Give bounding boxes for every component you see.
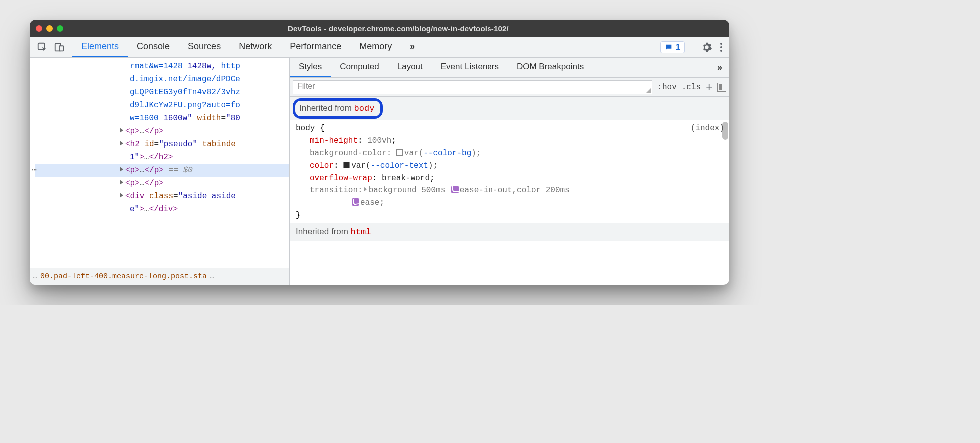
dom-url-fragment[interactable]: http xyxy=(221,62,240,71)
tab-memory[interactable]: Memory xyxy=(350,37,401,58)
cls-toggle[interactable]: .cls xyxy=(682,83,701,92)
expand-icon[interactable] xyxy=(120,180,123,185)
expand-icon[interactable] xyxy=(120,167,123,172)
message-icon xyxy=(665,44,673,52)
style-rule-body[interactable]: (index) body { min-height: 100vh; backgr… xyxy=(290,120,729,222)
dom-node-p[interactable]: <p>…</p> xyxy=(35,125,289,138)
tab-network[interactable]: Network xyxy=(230,37,281,58)
window-controls xyxy=(36,26,63,32)
dom-node-p[interactable]: <p>…</p> xyxy=(35,177,289,190)
styles-panel: Styles Computed Layout Event Listeners D… xyxy=(290,58,729,285)
inherited-from-html-header[interactable]: Inherited from html xyxy=(290,223,729,241)
breadcrumbs[interactable]: … 00.pad-left-400.measure-long.post.sta … xyxy=(30,268,289,285)
subtab-dom-breakpoints[interactable]: DOM Breakpoints xyxy=(508,58,593,78)
subtab-layout[interactable]: Layout xyxy=(388,58,432,78)
dom-node-h2[interactable]: <h2 id="pseudo" tabinde xyxy=(35,138,289,151)
kebab-dot-icon xyxy=(720,43,722,45)
filter-input[interactable]: Filter xyxy=(293,80,652,94)
tab-console[interactable]: Console xyxy=(128,37,179,58)
toggle-sidebar-icon[interactable] xyxy=(717,83,726,92)
dom-tree[interactable]: rmat&w=1428 1428w, http d.imgix.net/imag… xyxy=(30,58,289,268)
bezier-editor-icon[interactable] xyxy=(352,198,359,206)
new-style-rule-button[interactable]: + xyxy=(706,81,712,94)
color-swatch-icon[interactable] xyxy=(343,162,350,168)
maximize-window-button[interactable] xyxy=(57,26,63,32)
declaration[interactable]: overflow-wrap: break-word; xyxy=(296,172,723,185)
devtools-window: DevTools - developer.chrome.com/blog/new… xyxy=(30,20,729,285)
styles-toolbar: Filter :hov .cls + xyxy=(290,78,729,97)
declaration-continued[interactable]: ease; xyxy=(296,197,723,210)
dom-url-fragment[interactable]: d9lJKcYw2FU.png?auto=fo xyxy=(130,101,240,110)
window-title: DevTools - developer.chrome.com/blog/new… xyxy=(73,24,723,33)
more-options-button[interactable] xyxy=(720,43,722,52)
tab-performance[interactable]: Performance xyxy=(281,37,350,58)
styles-subtabs: Styles Computed Layout Event Listeners D… xyxy=(290,58,729,78)
expand-icon[interactable] xyxy=(120,193,123,198)
bezier-editor-icon[interactable] xyxy=(451,186,459,194)
titlebar: DevTools - developer.chrome.com/blog/new… xyxy=(30,20,729,37)
styles-body[interactable]: Inherited from body (index) body { min-h… xyxy=(290,97,729,285)
tabs-overflow-button[interactable]: » xyxy=(401,37,424,58)
dom-node-selected[interactable]: <p>…</p>== $0 xyxy=(35,164,289,177)
breadcrumb-path[interactable]: 00.pad-left-400.measure-long.post.sta xyxy=(40,272,207,281)
inherited-from-body-header[interactable]: Inherited from body xyxy=(290,97,729,120)
breadcrumb-overflow-right[interactable]: … xyxy=(210,272,214,281)
subtab-event-listeners[interactable]: Event Listeners xyxy=(432,58,508,78)
settings-button[interactable] xyxy=(701,42,712,53)
dom-url-fragment[interactable]: gLQPGtEG3y0fTn4v82/3vhz xyxy=(130,88,240,97)
expand-shorthand-icon[interactable] xyxy=(364,187,367,192)
color-swatch-icon[interactable] xyxy=(396,150,403,156)
declaration[interactable]: background-color: var(--color-bg); xyxy=(296,148,723,160)
subtabs-overflow-button[interactable]: » xyxy=(710,58,729,78)
selected-node-marker: == $0 xyxy=(169,166,193,175)
expand-icon[interactable] xyxy=(120,141,123,146)
close-window-button[interactable] xyxy=(36,26,42,32)
tab-elements[interactable]: Elements xyxy=(72,37,128,58)
declaration[interactable]: color: var(--color-text); xyxy=(296,160,723,172)
inspect-element-icon[interactable] xyxy=(37,42,48,53)
dom-url-fragment[interactable]: d.imgix.net/image/dPDCe xyxy=(130,75,240,84)
tab-sources[interactable]: Sources xyxy=(179,37,230,58)
elements-panel: rmat&w=1428 1428w, http d.imgix.net/imag… xyxy=(30,58,290,285)
minimize-window-button[interactable] xyxy=(46,26,53,32)
declaration[interactable]: transition:background 500ms ease-in-out,… xyxy=(296,184,723,197)
highlight-annotation: Inherited from body xyxy=(293,98,383,119)
breadcrumb-overflow-left[interactable]: … xyxy=(33,272,37,281)
device-toolbar-icon[interactable] xyxy=(54,42,65,53)
dom-node-div[interactable]: <div class="aside aside xyxy=(35,190,289,203)
gear-icon xyxy=(701,42,712,53)
svg-rect-2 xyxy=(59,46,63,51)
main-tabstrip: Elements Console Sources Network Perform… xyxy=(30,37,729,58)
declaration[interactable]: min-height: 100vh; xyxy=(296,135,723,148)
subtab-computed[interactable]: Computed xyxy=(331,58,388,78)
rule-selector[interactable]: body xyxy=(296,124,315,133)
issues-counter[interactable]: 1 xyxy=(660,42,685,54)
subtab-styles[interactable]: Styles xyxy=(290,58,331,78)
expand-icon[interactable] xyxy=(120,128,123,133)
dom-url-fragment[interactable]: rmat&w=1428 xyxy=(130,62,183,71)
issues-count: 1 xyxy=(676,43,680,52)
rule-source-link[interactable]: (index) xyxy=(691,122,724,135)
hov-toggle[interactable]: :hov xyxy=(657,83,676,92)
divider xyxy=(693,42,693,54)
dom-url-fragment[interactable]: w=1600 xyxy=(130,114,159,123)
